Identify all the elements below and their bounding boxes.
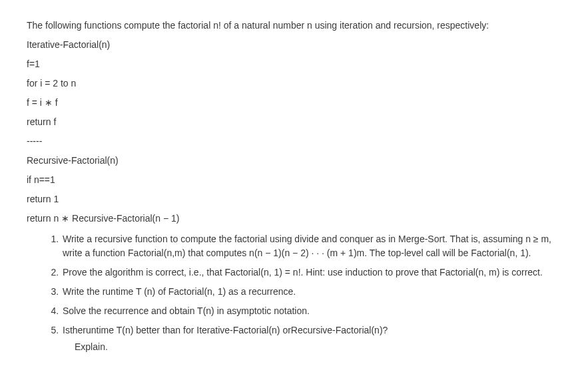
question-1: Write a recursive function to compute th… — [61, 232, 561, 260]
question-3: Write the runtime T (n) of Factorial(n, … — [61, 285, 561, 299]
recursive-line-2: return 1 — [27, 192, 561, 206]
question-4: Solve the recurrence and obtain T(n) in … — [61, 304, 561, 318]
iterative-line-4: return f — [27, 115, 561, 129]
question-2: Prove the algorithm is correct, i.e., th… — [61, 266, 561, 280]
iterative-line-1: f=1 — [27, 57, 561, 71]
recursive-line-3: return n ∗ Recursive-Factorial(n − 1) — [27, 212, 561, 226]
intro-text: The following functions compute the fact… — [27, 19, 561, 33]
question-5: Istheruntime T(n) better than for Iterat… — [61, 323, 561, 354]
question-5-sub: Explain. — [75, 340, 561, 354]
iterative-line-2: for i = 2 to n — [27, 77, 561, 91]
recursive-title: Recursive-Factorial(n) — [27, 154, 561, 168]
iterative-line-3: f = i ∗ f — [27, 96, 561, 110]
separator: ----- — [27, 134, 561, 148]
iterative-title: Iterative-Factorial(n) — [27, 38, 561, 52]
question-5-text: Istheruntime T(n) better than for Iterat… — [63, 325, 388, 335]
question-list: Write a recursive function to compute th… — [27, 232, 561, 354]
recursive-line-1: if n==1 — [27, 173, 561, 187]
